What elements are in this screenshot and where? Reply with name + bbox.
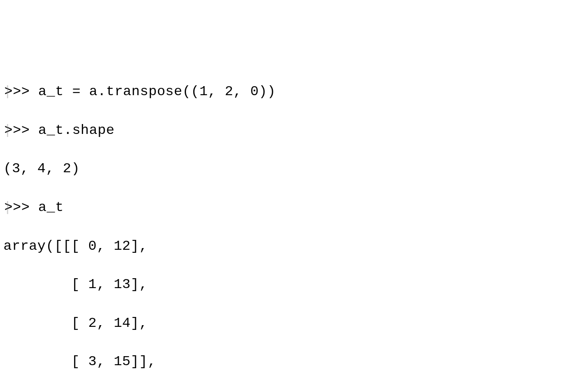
repl-line-input: |>>> a_t.shape: [3, 121, 585, 140]
repl-line-output: [ 2, 14],: [3, 314, 585, 333]
repl-line-output: [ 1, 13],: [3, 275, 585, 295]
repl-line-output: (3, 4, 2): [3, 159, 585, 179]
repl-line-output: array([[[ 0, 12],: [3, 237, 585, 256]
repl-line-input: |>>> a_t = a.transpose((1, 2, 0)): [3, 82, 585, 102]
repl-text: array([[[ 0, 12],: [3, 238, 148, 254]
repl-text: [ 3, 15]],: [3, 354, 156, 369]
prompt-marker-icon: |: [3, 198, 4, 217]
repl-text: >>> a_t.shape: [4, 122, 115, 138]
repl-text: >>> a_t = a.transpose((1, 2, 0)): [4, 84, 276, 99]
repl-text: (3, 4, 2): [3, 161, 80, 177]
repl-text: >>> a_t: [4, 199, 64, 215]
prompt-marker-icon: |: [3, 82, 4, 102]
repl-line-input: |>>> a_t: [3, 198, 585, 217]
repl-text: [ 2, 14],: [3, 315, 148, 331]
repl-text: [ 1, 13],: [3, 276, 148, 292]
repl-line-output: [ 3, 15]],: [3, 352, 585, 372]
prompt-marker-icon: |: [3, 121, 4, 140]
